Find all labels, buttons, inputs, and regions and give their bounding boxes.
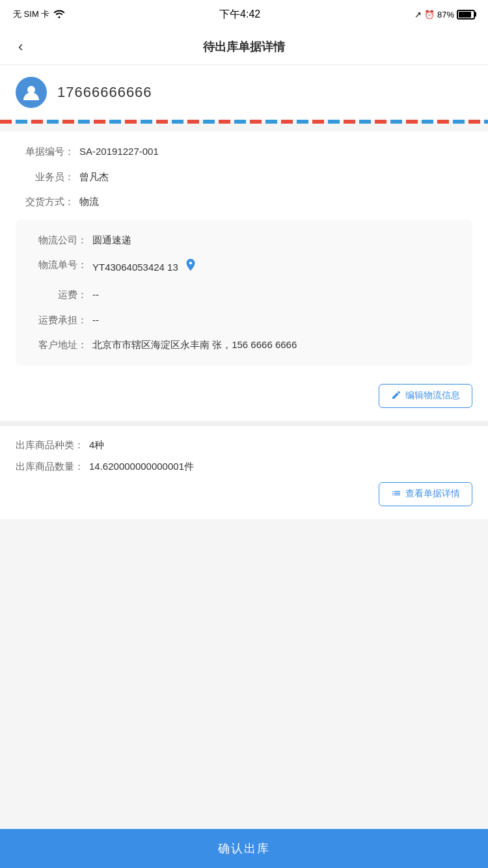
page-title: 待出库单据详情 bbox=[203, 39, 285, 55]
status-bar: 无 SIM 卡 下午4:42 ↗ ⏰ 87% bbox=[0, 0, 488, 29]
delivery-row: 交货方式： 物流 bbox=[16, 195, 472, 210]
dashed-divider bbox=[0, 120, 488, 124]
confirm-button-label: 确认出库 bbox=[218, 841, 270, 856]
salesman-row: 业务员： 曾凡杰 bbox=[16, 170, 472, 185]
user-phone: 17666666666 bbox=[57, 84, 152, 101]
address-value: 北京市市辖区海淀区永丰南 张，156 6666 6666 bbox=[92, 338, 459, 353]
logistics-card: 物流公司： 圆通速递 物流单号： YT43064053424 13 运费： -- bbox=[16, 220, 472, 366]
freight-bearer-value: -- bbox=[92, 313, 459, 328]
goods-types-value: 4种 bbox=[89, 439, 104, 452]
order-number-value: SA-20191227-001 bbox=[79, 144, 472, 159]
view-detail-label: 查看单据详情 bbox=[405, 488, 460, 500]
goods-types-label: 出库商品种类： bbox=[16, 439, 84, 452]
order-number-row: 单据编号： SA-20191227-001 bbox=[16, 144, 472, 159]
back-button[interactable]: ‹ bbox=[13, 33, 28, 61]
edit-logistics-label: 编辑物流信息 bbox=[405, 390, 460, 401]
status-right: ↗ ⏰ 87% bbox=[414, 10, 475, 20]
address-label: 客户地址： bbox=[29, 338, 87, 353]
status-left: 无 SIM 卡 bbox=[13, 8, 65, 20]
salesman-value: 曾凡杰 bbox=[79, 170, 472, 185]
freight-label: 运费： bbox=[29, 288, 87, 303]
salesman-label: 业务员： bbox=[16, 170, 74, 185]
goods-types-row: 出库商品种类： 4种 bbox=[16, 439, 472, 452]
freight-row: 运费： -- bbox=[29, 288, 459, 303]
user-header: 17666666666 bbox=[0, 65, 488, 120]
carrier-text: 无 SIM 卡 bbox=[13, 8, 49, 20]
section-divider bbox=[0, 421, 488, 426]
logistics-tracking-value: YT43064053424 13 bbox=[92, 258, 459, 277]
view-detail-button[interactable]: 查看单据详情 bbox=[379, 482, 472, 506]
goods-quantity-value: 14.620000000000001件 bbox=[89, 461, 194, 473]
goods-quantity-row: 出库商品数量： 14.620000000000001件 bbox=[16, 461, 472, 473]
bottom-spacer bbox=[0, 519, 488, 830]
nav-bar: ‹ 待出库单据详情 bbox=[0, 29, 488, 65]
edit-logistics-button[interactable]: 编辑物流信息 bbox=[379, 384, 472, 408]
logistics-tracking-row: 物流单号： YT43064053424 13 bbox=[29, 258, 459, 277]
delivery-value: 物流 bbox=[79, 195, 472, 210]
location-status-icon: ↗ bbox=[414, 10, 422, 20]
logistics-company-label: 物流公司： bbox=[29, 233, 87, 248]
status-time: 下午4:42 bbox=[219, 8, 260, 21]
goods-quantity-label: 出库商品数量： bbox=[16, 461, 84, 473]
goods-section: 出库商品种类： 4种 出库商品数量： 14.620000000000001件 查… bbox=[0, 426, 488, 519]
freight-bearer-label: 运费承担： bbox=[29, 313, 87, 328]
logistics-tracking-label: 物流单号： bbox=[29, 258, 87, 273]
freight-value: -- bbox=[92, 288, 459, 303]
battery-icon bbox=[457, 10, 475, 20]
logistics-company-value: 圆通速递 bbox=[92, 233, 459, 248]
wifi-icon bbox=[53, 9, 65, 20]
logistics-company-row: 物流公司： 圆通速递 bbox=[29, 233, 459, 248]
alarm-icon: ⏰ bbox=[424, 10, 435, 20]
battery-percent: 87% bbox=[437, 10, 454, 20]
edit-icon bbox=[391, 390, 401, 402]
delivery-label: 交货方式： bbox=[16, 195, 74, 210]
list-icon bbox=[391, 488, 401, 500]
location-pin-icon[interactable] bbox=[183, 258, 198, 277]
order-info-section: 单据编号： SA-20191227-001 业务员： 曾凡杰 交货方式： 物流 … bbox=[0, 131, 488, 421]
order-number-label: 单据编号： bbox=[16, 144, 74, 159]
confirm-bar[interactable]: 确认出库 bbox=[0, 829, 488, 868]
freight-bearer-row: 运费承担： -- bbox=[29, 313, 459, 328]
address-row: 客户地址： 北京市市辖区海淀区永丰南 张，156 6666 6666 bbox=[29, 338, 459, 353]
edit-logistics-area: 编辑物流信息 bbox=[16, 376, 472, 408]
avatar bbox=[16, 77, 47, 108]
view-detail-area: 查看单据详情 bbox=[16, 482, 472, 506]
